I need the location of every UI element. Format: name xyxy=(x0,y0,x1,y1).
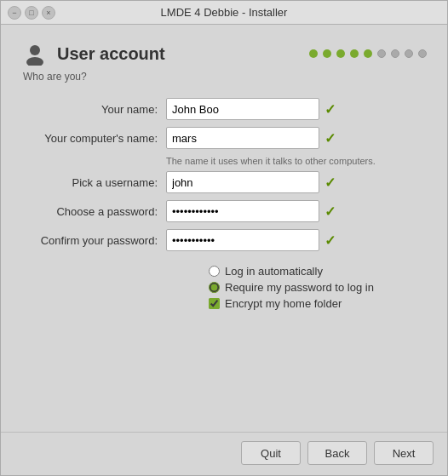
titlebar-title: LMDE 4 Debbie - Installer xyxy=(59,6,389,19)
username-check-icon: ✓ xyxy=(325,175,336,191)
login-password-label[interactable]: Require my password to log in xyxy=(225,281,374,294)
name-input-wrap: ✓ xyxy=(166,98,427,120)
svg-point-1 xyxy=(26,57,43,66)
progress-dot-9 xyxy=(418,49,427,58)
progress-dot-4 xyxy=(350,49,359,58)
progress-dots xyxy=(309,49,427,58)
name-check-icon: ✓ xyxy=(325,101,336,118)
username-input-wrap: ✓ xyxy=(166,171,427,193)
password-row: Choose a password: ✓ xyxy=(21,200,427,222)
login-auto-row: Log in automatically xyxy=(209,265,427,278)
computer-input[interactable] xyxy=(166,127,319,149)
password-label: Choose a password: xyxy=(21,205,166,218)
login-auto-radio[interactable] xyxy=(209,266,220,277)
login-password-radio[interactable] xyxy=(209,282,220,293)
confirm-password-row: Confirm your password: ✓ xyxy=(21,229,427,251)
quit-button[interactable]: Quit xyxy=(241,441,301,465)
password-input[interactable] xyxy=(166,200,319,222)
svg-point-0 xyxy=(30,45,40,55)
form-area: Your name: ✓ Your computer's name: ✓ The… xyxy=(21,98,427,310)
next-button[interactable]: Next xyxy=(374,441,434,465)
progress-dot-7 xyxy=(391,49,399,58)
subtitle: Who are you? xyxy=(23,71,427,83)
titlebar: − □ × LMDE 4 Debbie - Installer xyxy=(1,1,447,25)
username-label: Pick a username: xyxy=(21,176,166,189)
confirm-label: Confirm your password: xyxy=(21,234,166,247)
progress-dot-2 xyxy=(323,49,331,58)
computer-label: Your computer's name: xyxy=(21,132,166,145)
progress-dot-8 xyxy=(405,49,413,58)
computer-input-wrap: ✓ xyxy=(166,127,427,149)
password-check-icon: ✓ xyxy=(325,204,336,220)
user-account-icon xyxy=(21,40,49,67)
name-input[interactable] xyxy=(166,98,319,120)
confirm-check-icon: ✓ xyxy=(325,232,336,249)
login-options: Log in automatically Require my password… xyxy=(209,265,427,310)
confirm-input-wrap: ✓ xyxy=(166,229,427,251)
computer-check-icon: ✓ xyxy=(325,130,336,146)
confirm-input[interactable] xyxy=(166,229,319,251)
maximize-button[interactable]: □ xyxy=(25,6,38,20)
back-button[interactable]: Back xyxy=(307,441,367,465)
password-input-wrap: ✓ xyxy=(166,200,427,222)
page-header: User account xyxy=(21,40,427,67)
login-auto-label[interactable]: Log in automatically xyxy=(225,265,323,278)
progress-dot-1 xyxy=(309,49,318,58)
main-content: User account Who are you? Your name: xyxy=(1,25,447,432)
minimize-button[interactable]: − xyxy=(8,6,21,20)
name-label: Your name: xyxy=(21,103,166,116)
page-title: User account xyxy=(57,44,165,64)
progress-dot-6 xyxy=(377,49,386,58)
footer: Quit Back Next xyxy=(1,432,447,475)
username-row: Pick a username: ✓ xyxy=(21,171,427,193)
username-input[interactable] xyxy=(166,171,319,193)
progress-dot-5 xyxy=(364,49,372,58)
login-password-row: Require my password to log in xyxy=(209,281,427,294)
computer-name-row: Your computer's name: ✓ xyxy=(21,127,427,149)
encrypt-row: Encrypt my home folder xyxy=(209,297,427,310)
encrypt-checkbox[interactable] xyxy=(209,298,220,309)
computer-hint: The name it uses when it talks to other … xyxy=(166,156,427,166)
installer-window: − □ × LMDE 4 Debbie - Installer User acc… xyxy=(0,0,448,476)
page-title-area: User account xyxy=(21,40,165,67)
close-button[interactable]: × xyxy=(42,6,55,20)
progress-dot-3 xyxy=(336,49,345,58)
encrypt-label[interactable]: Encrypt my home folder xyxy=(225,297,342,310)
name-row: Your name: ✓ xyxy=(21,98,427,120)
